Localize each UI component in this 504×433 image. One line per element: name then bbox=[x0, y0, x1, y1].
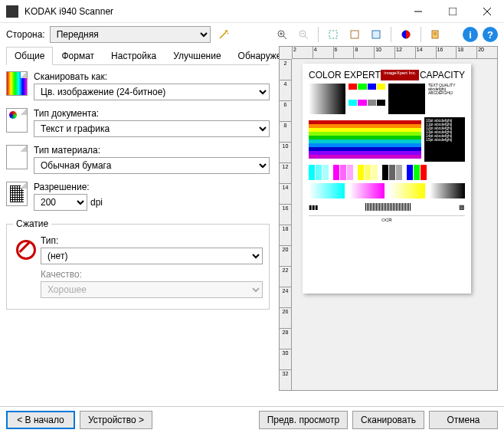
comp-quality-label: Качество: bbox=[41, 269, 263, 280]
scan-button[interactable]: Сканировать bbox=[352, 411, 424, 429]
resolution-label: Разрешение: bbox=[34, 182, 270, 192]
tab-format[interactable]: Формат bbox=[53, 47, 103, 65]
preview-area[interactable]: 2468101214161820 24681012141618202224262… bbox=[279, 46, 498, 391]
info-icon[interactable]: i bbox=[463, 27, 478, 42]
ruler-horizontal: 2468101214161820 bbox=[292, 47, 497, 59]
titlebar: KODAK i940 Scanner bbox=[0, 0, 504, 23]
comp-type-select[interactable]: (нет) bbox=[41, 248, 263, 264]
svg-rect-1 bbox=[449, 8, 457, 15]
tab-general[interactable]: Общие bbox=[6, 47, 53, 65]
maximize-button[interactable] bbox=[435, 0, 470, 23]
cancel-button[interactable]: Отмена bbox=[429, 411, 498, 429]
material-label: Тип материала: bbox=[34, 145, 270, 156]
close-button[interactable] bbox=[470, 0, 504, 23]
svg-line-9 bbox=[305, 36, 308, 39]
compression-group: Сжатие Тип: (нет) Качество: Хорошее bbox=[6, 218, 270, 310]
svg-rect-13 bbox=[372, 31, 380, 38]
svg-rect-12 bbox=[351, 31, 358, 38]
zoom-out-icon[interactable] bbox=[295, 26, 312, 43]
tab-setup[interactable]: Настройка bbox=[103, 47, 165, 65]
outline-icon[interactable] bbox=[325, 26, 342, 43]
tabs: Общие Формат Настройка Улучшение Обнаруж… bbox=[6, 46, 270, 65]
resolution-select[interactable]: 200 bbox=[34, 194, 87, 211]
material-select[interactable]: Обычная бумага bbox=[34, 157, 270, 174]
home-button[interactable]: < В начало bbox=[6, 411, 75, 429]
side-select[interactable]: Передняя bbox=[50, 26, 211, 43]
compression-icon bbox=[13, 235, 34, 260]
bottom-bar: < В начало Устройство > Предв. просмотр … bbox=[0, 406, 504, 432]
comp-type-label: Тип: bbox=[41, 235, 263, 246]
device-button[interactable]: Устройство > bbox=[80, 411, 152, 429]
comp-quality-select: Хорошее bbox=[41, 281, 263, 298]
resolution-unit: dpi bbox=[90, 197, 103, 208]
preview-ocr-label: OCR bbox=[309, 215, 465, 222]
color-tool-icon[interactable] bbox=[398, 26, 414, 43]
doctype-icon bbox=[6, 108, 28, 133]
help-icon[interactable]: ? bbox=[483, 27, 498, 42]
resolution-icon bbox=[6, 182, 28, 206]
preview-panel: 2468101214161820 24681012141618202224262… bbox=[276, 46, 504, 406]
compression-legend: Сжатие bbox=[13, 218, 51, 229]
top-toolbar: Сторона: Передняя i ? bbox=[0, 23, 504, 46]
minimize-button[interactable] bbox=[401, 0, 435, 23]
scanas-label: Сканировать как: bbox=[34, 71, 270, 82]
doctype-select[interactable]: Текст и графика bbox=[34, 120, 270, 137]
scanas-select[interactable]: Цв. изображение (24-битное) bbox=[34, 84, 270, 100]
zoom-in-icon[interactable] bbox=[273, 26, 290, 43]
magic-wand-icon[interactable] bbox=[215, 26, 232, 43]
frame1-icon[interactable] bbox=[346, 26, 363, 43]
side-label: Сторона: bbox=[6, 29, 45, 40]
svg-line-5 bbox=[283, 36, 286, 39]
material-icon bbox=[6, 145, 28, 169]
preview-page: COLOR EXPERTimageXpert Inc.CAPACITY TEXT… bbox=[303, 64, 471, 294]
scanas-icon bbox=[6, 71, 28, 96]
list-tool-icon[interactable] bbox=[427, 26, 444, 43]
window-title: KODAK i940 Scanner bbox=[25, 6, 401, 17]
preview-button[interactable]: Предв. просмотр bbox=[259, 411, 348, 429]
doctype-label: Тип документа: bbox=[34, 108, 270, 119]
app-icon bbox=[6, 5, 18, 18]
frame2-icon[interactable] bbox=[368, 26, 385, 43]
ruler-vertical: 2468101214161820222426283032 bbox=[280, 59, 292, 390]
svg-rect-11 bbox=[329, 31, 337, 38]
tab-enhance[interactable]: Улучшение bbox=[165, 47, 229, 65]
settings-panel: Общие Формат Настройка Улучшение Обнаруж… bbox=[0, 46, 276, 406]
